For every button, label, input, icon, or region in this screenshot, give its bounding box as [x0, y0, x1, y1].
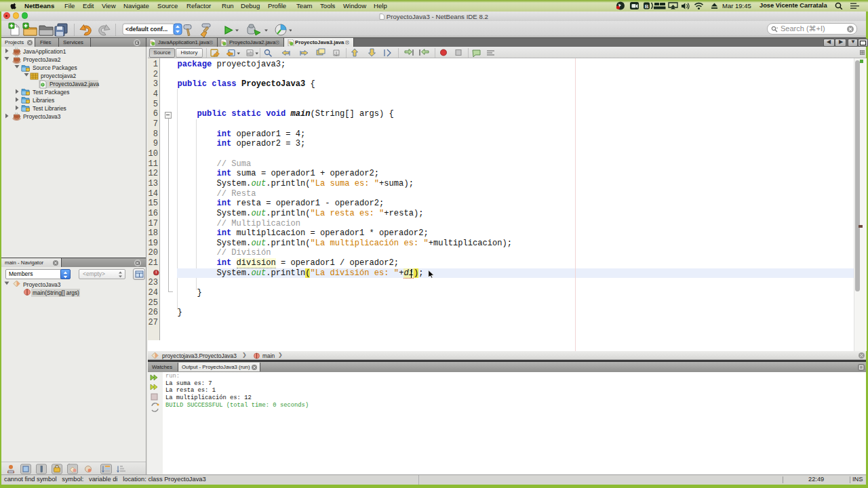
svg-text:B: B: [645, 3, 649, 9]
svg-text:<default conf...: <default conf...: [125, 26, 167, 33]
